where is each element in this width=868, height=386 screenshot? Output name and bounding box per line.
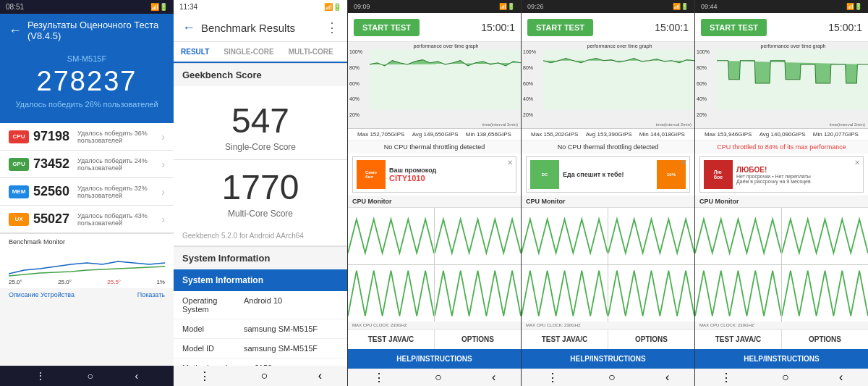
start-test-button-1[interactable]: START TEST bbox=[354, 19, 420, 36]
perf-label-2: performance over time graph bbox=[545, 43, 694, 49]
perf-svg-2 bbox=[543, 49, 694, 110]
th3-home-icon[interactable]: ○ bbox=[782, 371, 789, 384]
gb-home-icon[interactable]: ○ bbox=[260, 369, 268, 382]
mem-badge: MEM bbox=[9, 185, 29, 198]
cpu-cell-2-1 bbox=[522, 208, 608, 264]
ux-beat: Удалось победить 43% пользователей bbox=[77, 212, 157, 227]
start-test-button-2[interactable]: START TEST bbox=[527, 19, 593, 36]
gb-back-icon[interactable]: ← bbox=[182, 20, 195, 35]
cpu-cell-1-3 bbox=[348, 265, 434, 322]
geekbench-section: Geekbench Score bbox=[174, 63, 347, 86]
gb-version: Geekbench 5.2.0 for Android AArch64 bbox=[174, 226, 347, 246]
timer-2: 15:00:1 bbox=[655, 22, 689, 33]
ad-close-icon-1[interactable]: ✕ bbox=[507, 159, 513, 167]
perf-max-3: Max 153,946GIPS bbox=[705, 131, 752, 138]
th2-back-icon[interactable]: ‹ bbox=[665, 371, 669, 384]
info-row-model-id: Model ID samsung SM-M515F bbox=[174, 339, 347, 358]
th1-back-icon[interactable]: ‹ bbox=[492, 371, 495, 384]
th3-back-icon[interactable]: ‹ bbox=[839, 371, 843, 384]
back-icon[interactable]: ← bbox=[9, 23, 22, 38]
benchmark-monitor: Benchmark Monitor 25.0° 25.0° 25.5° 1% bbox=[0, 233, 174, 288]
gpu-metric[interactable]: GPU 73452 Удалось победить 24% пользоват… bbox=[0, 151, 174, 178]
home-icon[interactable]: ○ bbox=[87, 370, 93, 382]
test-java-btn-1[interactable]: TEST JAVA/C bbox=[348, 330, 435, 349]
th2-home-icon[interactable]: ○ bbox=[608, 371, 616, 384]
tab-result[interactable]: RESULT bbox=[174, 42, 216, 63]
menu-icon[interactable]: ⋮ bbox=[35, 370, 46, 382]
model-id-key: Model ID bbox=[182, 344, 244, 353]
monitor-temps: 25.0° 25.0° 25.5° 1% bbox=[9, 279, 165, 285]
th3-menu-icon[interactable]: ⋮ bbox=[720, 371, 732, 385]
throttle-msg-1: No CPU thermal throttling detected bbox=[348, 140, 521, 154]
mem-metric[interactable]: MEM 52560 Удалось победить 32% пользоват… bbox=[0, 178, 174, 206]
os-val: Android 10 bbox=[244, 296, 282, 314]
status-bar-1: 08:51 📶🔋 bbox=[0, 0, 174, 14]
tab-multi-core[interactable]: MULTI-CORE bbox=[281, 42, 341, 62]
model-key: Model bbox=[182, 324, 244, 333]
th1-home-icon[interactable]: ○ bbox=[435, 371, 442, 384]
cpu-cell-3-1 bbox=[695, 208, 781, 264]
ad-close-icon-2[interactable]: ✕ bbox=[681, 159, 686, 167]
cpu-clock-3: MAX CPU CLOCK: 230GHZ bbox=[695, 322, 868, 329]
th1-menu-icon[interactable]: ⋮ bbox=[373, 371, 385, 385]
sys-info-subtitle: System Information bbox=[174, 269, 347, 291]
ux-metric[interactable]: UX 55027 Удалось победить 43% пользовате… bbox=[0, 206, 174, 233]
icons-1: 📶🔋 bbox=[150, 3, 168, 11]
mem-score: 52560 bbox=[33, 184, 73, 199]
cpu-cell-2-2 bbox=[608, 208, 694, 264]
performance-graph-3: performance over time graph 100% 80% 60%… bbox=[695, 42, 868, 129]
icons-3: 📶🔋 bbox=[499, 3, 515, 10]
gb-back-nav-icon[interactable]: ‹ bbox=[318, 369, 322, 382]
ad-banner-3: Любое ЛЮБОЕ! Нет просрочки • Нет перепла… bbox=[699, 156, 864, 193]
th2-menu-icon[interactable]: ⋮ bbox=[547, 371, 558, 385]
cpu-metric[interactable]: CPU 97198 Удалось победить 36% пользоват… bbox=[0, 123, 174, 151]
time-5: 09:44 bbox=[701, 3, 718, 10]
test-java-btn-3[interactable]: TEST JAVA/C bbox=[695, 330, 782, 349]
perf-stats-3: Max 153,946GIPS Avg 140,090GIPS Min 120,… bbox=[695, 129, 868, 140]
multi-score: 1770 bbox=[174, 167, 347, 207]
sys-info-section: System Information bbox=[174, 246, 347, 269]
ad-text-3: ЛЮБОЕ! Нет просрочки • Нет переплаты Даё… bbox=[736, 166, 863, 184]
gb-menu-icon[interactable]: ⋮ bbox=[199, 369, 210, 383]
options-btn-3[interactable]: OPTIONS bbox=[782, 330, 868, 349]
cpu-beat: Удалось победить 36% пользователей bbox=[77, 130, 157, 144]
total-score: 278237 bbox=[0, 66, 174, 97]
nav-bar-1: ⋮ ○ ‹ bbox=[0, 366, 174, 386]
performance-graph-1: performance over time graph 100% 80% 60%… bbox=[348, 42, 521, 129]
back-nav-icon[interactable]: ‹ bbox=[135, 370, 138, 382]
cpu-cell-2-4 bbox=[608, 265, 694, 322]
y-labels-3: 100% 80% 60% 40% 20% bbox=[695, 49, 717, 117]
status-bar-3: 09:09 📶🔋 bbox=[348, 0, 521, 13]
ad-close-icon-3[interactable]: ✕ bbox=[854, 159, 860, 167]
perf-min-3: Min 120,077GIPS bbox=[813, 131, 859, 138]
bottom-link[interactable]: Показать bbox=[137, 291, 165, 298]
panel-antutu: 08:51 📶🔋 ← Результаты Оценочного Теста (… bbox=[0, 0, 174, 386]
cpu-cell-3-4 bbox=[782, 265, 868, 322]
options-btn-2[interactable]: OPTIONS bbox=[608, 330, 694, 349]
time-4: 09:26 bbox=[527, 3, 544, 10]
y-labels-2: 100% 80% 60% 40% 20% bbox=[522, 49, 543, 117]
performance-graph-2: performance over time graph 100% 80% 60%… bbox=[522, 42, 694, 129]
ux-chevron-icon: › bbox=[161, 214, 165, 225]
status-bar-5: 09:44 📶🔋 bbox=[695, 0, 868, 13]
gpu-beat: Удалось победить 24% пользователей bbox=[77, 157, 157, 172]
perf-max-2: Max 156,202GIPS bbox=[531, 131, 578, 138]
start-test-button-3[interactable]: START TEST bbox=[701, 19, 767, 36]
cpu-cell-1-2 bbox=[435, 208, 521, 264]
temp3: 25.5° bbox=[107, 279, 121, 285]
options-btn-1[interactable]: OPTIONS bbox=[435, 330, 521, 349]
throttle-top-row-3: START TEST 15:00:1 bbox=[695, 13, 868, 42]
cpu-cell-1-4 bbox=[435, 265, 521, 322]
help-btn-3[interactable]: HELP/INSTRUCTIONS bbox=[695, 349, 868, 369]
throttle-msg-3: CPU throttled to 84% of its max performa… bbox=[695, 140, 868, 154]
gb-more-icon[interactable]: ⋮ bbox=[326, 20, 339, 35]
help-btn-1[interactable]: HELP/INSTRUCTIONS bbox=[348, 349, 521, 369]
ux-badge: UX bbox=[9, 213, 29, 226]
test-java-btn-2[interactable]: TEST JAVA/C bbox=[522, 330, 608, 349]
panel-geekbench: 11:34 📶🔋 ← Benchmark Results ⋮ RESULT SI… bbox=[174, 0, 347, 386]
antutu-score-section: SM-M515F 278237 Удалось победить 26% пол… bbox=[0, 47, 174, 123]
icons-5: 📶🔋 bbox=[846, 3, 862, 10]
tab-single-core[interactable]: SINGLE-CORE bbox=[216, 42, 281, 62]
help-btn-2[interactable]: HELP/INSTRUCTIONS bbox=[522, 349, 694, 369]
device-name: SM-M515F bbox=[0, 54, 174, 63]
